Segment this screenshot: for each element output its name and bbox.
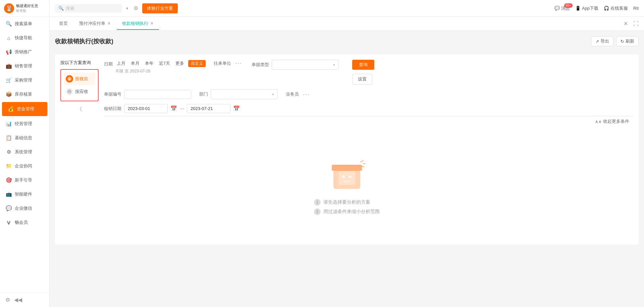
sidebar-item-wechat[interactable]: 💬 企业微信: [0, 201, 49, 215]
tabs-actions: ✕ ⛶: [622, 19, 640, 28]
message-icon: 💬: [554, 6, 560, 11]
date-this-month[interactable]: 本月: [129, 60, 141, 67]
tabs-bar: 首页 预付冲应付单 ✕ 收款核销执行 ✕ ✕ ⛶: [50, 17, 644, 31]
filter-collapse-button[interactable]: 《: [60, 104, 99, 115]
filter-option-by-receipt[interactable]: ¥ 按收款: [64, 72, 95, 85]
date-custom-tag[interactable]: 自定义: [188, 60, 206, 67]
tab-prepay[interactable]: 预付冲应付单 ✕: [74, 18, 116, 30]
sidebar-item-purchase[interactable]: 🛒 采购管理: [0, 73, 49, 87]
filter-option-by-receivable[interactable]: ⊙ 按应收: [64, 85, 95, 98]
partner-label: 往来单位: [214, 60, 231, 66]
bill-type-label: 单据类型: [252, 62, 269, 68]
main-content-area: 按以下方案查询 ¥ 按收款 ⊙: [55, 54, 639, 245]
sidebar-item-search[interactable]: 🔍 搜索菜单: [0, 17, 49, 31]
sidebar-item-operation[interactable]: 📊 经营管理: [0, 117, 49, 131]
bill-no-input[interactable]: [124, 90, 191, 99]
topbar-search-icon: 🔍: [58, 6, 64, 11]
tab-verify[interactable]: 收款核销执行 ✕: [117, 18, 159, 30]
date-unlimit-area: 不限 至 2023-07-26: [115, 68, 206, 74]
more-conditions-button[interactable]: ∧∧ 收起更多条件: [104, 116, 633, 126]
tab-home[interactable]: 首页: [54, 18, 73, 30]
sidebar-item-basic[interactable]: 📋 基础信息: [0, 131, 49, 145]
page-header: 收款核销执行(按收款) ↗ 导出 ↻ 刷新: [55, 36, 639, 46]
page-title: 收款核销执行(按收款): [55, 37, 113, 45]
topbar-dropdown-icon[interactable]: ▾: [126, 6, 128, 11]
tab-verify-close[interactable]: ✕: [150, 21, 154, 26]
basic-icon: 📋: [5, 135, 12, 141]
export-button[interactable]: ↗ 导出: [591, 36, 613, 46]
sidebar-menu: 🔍 搜索菜单 ⌂ 快捷导航 📢 营销推广 💼 销售管理 🛒 采购管理 📦 库存核…: [0, 17, 49, 292]
date-this-year[interactable]: 本年: [144, 60, 155, 67]
partner-dots-button[interactable]: ···: [234, 60, 244, 67]
logo-area: 🐰 畅捷通好生意 标准版: [0, 0, 49, 17]
sidebar-item-inventory[interactable]: 📦 库存核算: [0, 87, 49, 101]
sidebar-label-basic: 基础信息: [15, 135, 32, 141]
app-label: App下载: [582, 5, 598, 11]
expand-tab-button[interactable]: ⛶: [632, 19, 640, 28]
sidebar-item-shortcut[interactable]: ⌂ 快捷导航: [0, 31, 49, 45]
verify-date-start-cal-icon[interactable]: 📅: [170, 105, 177, 112]
sidebar-item-collab[interactable]: 📁 企业协同: [0, 159, 49, 173]
svg-rect-6: [338, 171, 355, 185]
date-field: 日期 上月 本月 本年 近7天 更多 自定义: [104, 60, 206, 74]
dept-select[interactable]: ▾: [211, 89, 278, 99]
svg-text:¥: ¥: [68, 78, 70, 81]
tab-home-label: 首页: [59, 20, 68, 27]
inventory-icon: 📦: [5, 91, 12, 97]
sidebar-label-hardware: 智能硬件: [15, 191, 32, 197]
verify-date-end-input[interactable]: [187, 104, 230, 113]
sidebar-label-finance: 资金管理: [17, 106, 34, 112]
user-name: Rit: [633, 6, 639, 11]
user-menu[interactable]: Rit: [633, 6, 639, 11]
topbar-search-box[interactable]: 🔍 搜索: [55, 4, 122, 13]
sidebar-item-system[interactable]: ⚙ 系统管理: [0, 145, 49, 159]
filter-sidebar: 按以下方案查询 ¥ 按收款 ⊙: [55, 54, 99, 132]
solution-button[interactable]: 体验行业方案: [142, 3, 178, 13]
receivable-option-icon: ⊙: [66, 88, 73, 95]
staff-dots-button[interactable]: ···: [302, 91, 311, 98]
topbar-gear-icon[interactable]: ⚙: [133, 5, 138, 11]
bill-type-select[interactable]: ▾: [272, 60, 339, 70]
date-more[interactable]: 更多: [174, 60, 185, 67]
tab-verify-label: 收款核销执行: [122, 20, 148, 27]
online-service-button[interactable]: 🎧 在线客服: [604, 5, 628, 11]
filter-row-3: 核销日期 📅 — 📅: [104, 104, 633, 113]
app-name: 畅捷通好生意: [16, 3, 38, 8]
tab-prepay-close[interactable]: ✕: [107, 21, 111, 26]
sidebar-item-member[interactable]: V 畅会员: [0, 215, 49, 229]
app-download-button[interactable]: 📱 App下载: [575, 5, 598, 11]
message-button[interactable]: 💬 消息 99+: [554, 5, 570, 11]
sidebar: 🐰 畅捷通好生意 标准版 🔍 搜索菜单 ⌂ 快捷导航 📢 营销推广 💼 销售管理…: [0, 0, 50, 307]
sidebar-item-sales[interactable]: 💼 销售管理: [0, 59, 49, 73]
close-tab-button[interactable]: ✕: [622, 19, 629, 28]
query-button[interactable]: 查询: [352, 60, 374, 70]
verify-date-start-input[interactable]: [124, 104, 168, 113]
step-2-text: 用过滤条件来缩小分析范围: [323, 209, 380, 215]
verify-date-label: 核销日期: [104, 106, 121, 112]
receipt-option-icon: ¥: [66, 75, 73, 83]
filter-and-content: 按以下方案查询 ¥ 按收款 ⊙: [55, 54, 639, 132]
bill-type-arrow-icon: ▾: [333, 63, 335, 67]
collapse-icon: ∧∧: [595, 119, 602, 124]
system-icon: ⚙: [5, 149, 12, 155]
sidebar-item-guide[interactable]: 🎯 新手引导: [0, 173, 49, 187]
sidebar-item-finance[interactable]: 💰 资金管理: [2, 102, 47, 116]
date-7days[interactable]: 近7天: [158, 60, 171, 67]
sidebar-item-hardware[interactable]: 📺 智能硬件: [0, 187, 49, 201]
wechat-icon: 💬: [5, 205, 12, 211]
collapse-sidebar-icon[interactable]: ◀◀: [14, 297, 22, 303]
main-area: 🔍 搜索 ▾ ⚙ 体验行业方案 💬 消息 99+ 📱 App下载 🎧 在线客服 …: [50, 0, 644, 307]
sidebar-label-operation: 经营管理: [15, 121, 32, 127]
step-1-text: 请先选择要分析的方案: [323, 199, 370, 205]
topbar-search-text: 搜索: [66, 5, 74, 11]
settings-bottom-icon[interactable]: ⚙: [5, 297, 10, 303]
svg-point-7: [342, 175, 345, 178]
setting-button[interactable]: 设置: [352, 74, 372, 85]
sidebar-item-marketing[interactable]: 📢 营销推广: [0, 45, 49, 59]
sidebar-bottom: ⚙ ◀◀: [0, 292, 49, 307]
verify-date-end-cal-icon[interactable]: 📅: [233, 105, 240, 112]
refresh-button[interactable]: ↻ 刷新: [616, 36, 639, 46]
date-last-month[interactable]: 上月: [115, 60, 127, 67]
date-quick-filters: 上月 本月 本年 近7天 更多 自定义: [115, 60, 206, 67]
export-icon: ↗: [595, 39, 599, 44]
